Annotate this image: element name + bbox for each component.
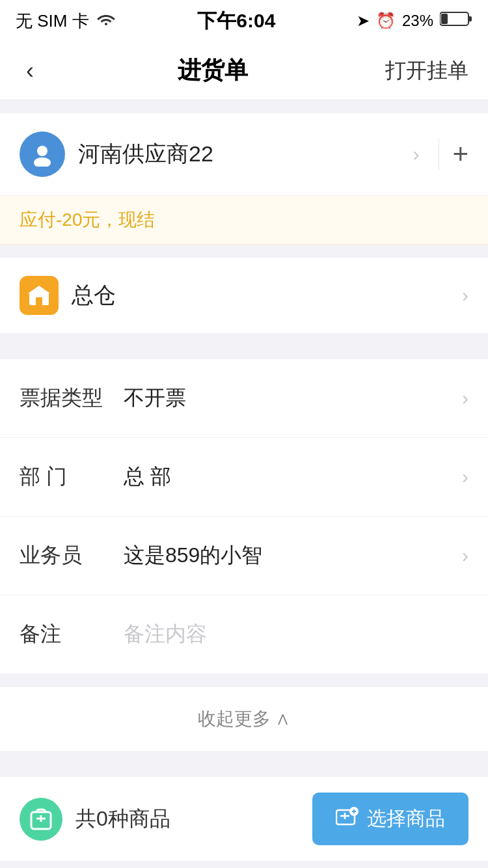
notice-row: 应付-20元，现结 (0, 196, 488, 245)
supplier-arrow-icon: › (413, 143, 419, 165)
svg-point-4 (34, 157, 51, 167)
status-right: ➤ ⏰ 23% (357, 10, 472, 31)
warehouse-card: 总仓 › (0, 258, 488, 333)
battery-label: 23% (402, 12, 433, 30)
remark-label: 备注 (20, 620, 111, 649)
warehouse-name: 总仓 (72, 280, 462, 310)
supplier-card: 河南供应商22 › + 应付-20元，现结 (0, 113, 488, 245)
time-label: 下午6:04 (197, 8, 275, 34)
supplier-name: 河南供应商22 (78, 139, 413, 169)
invoice-type-arrow-icon: › (462, 387, 468, 409)
carrier-label: 无 SIM 卡 (16, 10, 89, 33)
remark-input[interactable]: 备注内容 (111, 620, 468, 649)
battery-icon (440, 10, 472, 31)
salesperson-arrow-icon: › (462, 545, 468, 567)
open-pending-button[interactable]: 打开挂单 (385, 57, 468, 85)
status-bar: 无 SIM 卡 下午6:04 ➤ ⏰ 23% (0, 0, 488, 42)
invoice-type-row[interactable]: 票据类型 不开票 › (0, 359, 488, 438)
supplier-row[interactable]: 河南供应商22 › + (0, 113, 488, 196)
select-product-label: 选择商品 (367, 806, 445, 832)
svg-point-3 (37, 146, 47, 156)
warehouse-icon (20, 276, 59, 315)
collapse-button[interactable]: 收起更多 ∧ (0, 686, 488, 751)
product-icon (20, 798, 62, 841)
supplier-divider (0, 245, 488, 258)
product-bar: 共0种商品 选择商品 (0, 777, 488, 861)
location-icon: ➤ (357, 12, 370, 30)
salesperson-value: 这是859的小智 (111, 541, 462, 570)
svg-marker-6 (28, 286, 50, 293)
form-divider (0, 751, 488, 764)
salesperson-label: 业务员 (20, 541, 111, 570)
status-left: 无 SIM 卡 (16, 10, 116, 33)
remark-row[interactable]: 备注 备注内容 (0, 595, 488, 673)
department-value: 总 部 (111, 463, 462, 491)
form-section: 票据类型 不开票 › 部 门 总 部 › 业务员 这是859的小智 › 备注 备… (0, 359, 488, 673)
svg-rect-2 (468, 16, 472, 21)
select-product-button[interactable]: 选择商品 (312, 793, 468, 845)
product-count-label: 共0种商品 (75, 805, 312, 834)
page-title: 进货单 (178, 55, 248, 87)
salesperson-row[interactable]: 业务员 这是859的小智 › (0, 517, 488, 595)
department-arrow-icon: › (462, 466, 468, 488)
department-label: 部 门 (20, 463, 111, 491)
alarm-icon: ⏰ (376, 12, 396, 30)
page-background (0, 861, 488, 868)
department-row[interactable]: 部 门 总 部 › (0, 438, 488, 517)
invoice-type-value: 不开票 (111, 384, 462, 413)
select-product-icon (336, 807, 359, 831)
svg-rect-7 (36, 297, 42, 305)
top-divider (0, 100, 488, 113)
avatar (20, 131, 65, 177)
nav-bar: ‹ 进货单 打开挂单 (0, 42, 488, 100)
wifi-icon (96, 11, 116, 31)
invoice-type-label: 票据类型 (20, 384, 111, 413)
warehouse-row[interactable]: 总仓 › (0, 258, 488, 333)
svg-rect-1 (441, 14, 448, 24)
warehouse-arrow-icon: › (462, 284, 468, 306)
back-button[interactable]: ‹ (20, 51, 40, 91)
warehouse-divider (0, 333, 488, 346)
add-supplier-button[interactable]: + (439, 139, 468, 170)
